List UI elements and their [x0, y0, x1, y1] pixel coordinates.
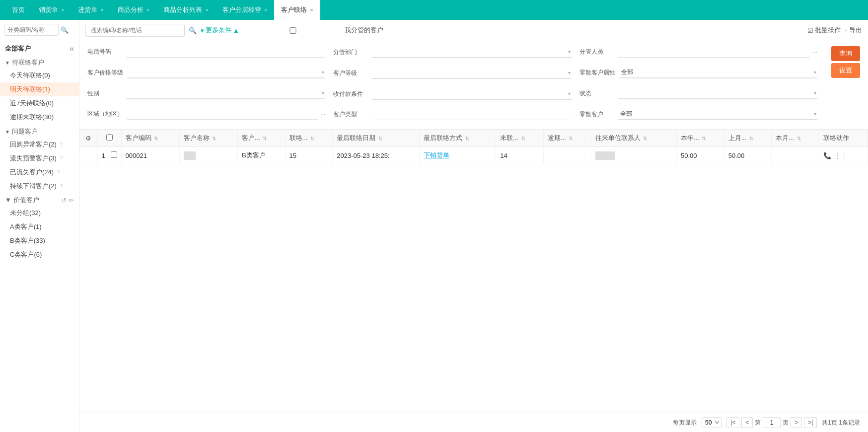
nav-product-analysis[interactable]: 商品分析 ×	[111, 0, 156, 20]
nav-product-analysis-list[interactable]: 商品分析列表 ×	[156, 0, 215, 20]
sidebar-item-week-pending[interactable]: 近7天待联络(0)	[0, 96, 79, 110]
filter-row-person: 分管人员 ···	[579, 46, 817, 58]
sidebar-item-a-class[interactable]: A类客户(1)	[0, 220, 79, 234]
col-last-contact-date[interactable]: 最后联络日期 ⇅	[333, 130, 420, 147]
sidebar-item-abnormal[interactable]: 回购异常客户(2) ?	[0, 138, 79, 151]
page-number-input[interactable]	[763, 417, 781, 428]
sidebar-item-churn-warning[interactable]: 流失预警客户(3) ?	[0, 151, 79, 165]
my-customers-checkbox[interactable]	[243, 27, 343, 34]
gender-select-wrapper[interactable]: ▾	[126, 87, 325, 99]
sidebar-search-icon[interactable]: 🔍	[61, 26, 69, 34]
row-this-month	[772, 147, 819, 164]
edit-icon[interactable]: ✏	[69, 197, 74, 204]
help-icon-churned[interactable]: ?	[57, 169, 60, 175]
sidebar-item-overdue-pending[interactable]: 逾期未联络(30)	[0, 110, 79, 124]
batch-operation-button[interactable]: ☑ 批量操作	[807, 26, 841, 35]
help-icon-churn-warning[interactable]: ?	[60, 155, 63, 161]
close-product-analysis-list-icon[interactable]: ×	[205, 7, 208, 13]
problem-section-label: ▼ 问题客户	[0, 124, 79, 138]
select-all-checkbox[interactable]	[106, 134, 113, 141]
sidebar-item-c-class[interactable]: C类客户(6)	[0, 248, 79, 262]
col-customer-name[interactable]: 客户名称 ⇅	[179, 130, 237, 147]
region-extra-icon[interactable]: ···	[320, 111, 325, 118]
close-sales-icon[interactable]: ×	[61, 7, 64, 13]
sort-icon-month: ⇅	[797, 136, 801, 141]
per-page-select[interactable]: 50	[702, 417, 722, 428]
search-button[interactable]: 🔍	[189, 27, 197, 34]
row-check[interactable]: 1	[97, 147, 121, 164]
sidebar-item-today-pending[interactable]: 今天待联络(0)	[0, 69, 79, 82]
dept-select[interactable]	[372, 46, 571, 58]
row-last-contact-method[interactable]: 下销货单	[420, 147, 496, 164]
col-overdue[interactable]: 逾期... ⇅	[543, 130, 591, 147]
last-page-button[interactable]: >|	[804, 417, 817, 428]
retail-attr-select[interactable]: 全部	[619, 67, 817, 78]
retail-customer-select-wrapper[interactable]: 全部 ▾	[618, 108, 817, 120]
search-input[interactable]	[85, 24, 185, 37]
close-customer-segment-icon[interactable]: ×	[264, 7, 267, 13]
help-icon-abnormal[interactable]: ?	[60, 142, 63, 147]
col-contact[interactable]: 联络... ⇅	[285, 130, 333, 147]
row-checkbox[interactable]	[111, 151, 117, 158]
person-extra-icon[interactable]: ···	[812, 49, 817, 56]
sidebar-item-ungrouped[interactable]: 未分组(32)	[0, 206, 79, 220]
gender-select[interactable]	[126, 87, 325, 99]
status-select-wrapper[interactable]: ▾	[618, 87, 817, 99]
nav-purchase[interactable]: 进货单 ×	[71, 0, 110, 20]
close-customer-contact-icon[interactable]: ×	[310, 7, 313, 13]
level-select[interactable]	[372, 67, 571, 78]
prev-page-button[interactable]: <	[741, 417, 753, 428]
person-field: 分管人员 ···	[579, 46, 817, 58]
table-body: 1 000021 Ea B类客户	[79, 147, 868, 164]
help-icon-declining[interactable]: ?	[60, 183, 63, 189]
close-purchase-icon[interactable]: ×	[100, 7, 103, 13]
dept-select-wrapper[interactable]: ▾	[372, 46, 571, 58]
customer-price-select[interactable]	[127, 67, 325, 78]
sidebar-item-churned[interactable]: 已流失客户(24) ?	[0, 165, 79, 179]
sidebar-item-declining[interactable]: 持续下滑客户(2) ?	[0, 179, 79, 193]
col-check[interactable]	[97, 130, 121, 147]
query-button[interactable]: 查询	[831, 46, 860, 61]
col-settings[interactable]: ⚙	[79, 130, 97, 147]
close-product-analysis-icon[interactable]: ×	[146, 7, 149, 13]
sidebar-item-b-class[interactable]: B类客户(33)	[0, 234, 79, 248]
person-input[interactable]	[618, 46, 810, 58]
payment-select[interactable]	[372, 88, 571, 99]
col-last-month[interactable]: 上月... ⇅	[724, 130, 772, 147]
nav-customer-contact[interactable]: 客户联络 ×	[274, 0, 320, 20]
region-input[interactable]	[127, 108, 318, 120]
nav-customer-segment[interactable]: 客户分层经营 ×	[216, 0, 274, 20]
phone-action-icon[interactable]: 📞	[823, 152, 831, 159]
col-this-month[interactable]: 本月... ⇅	[772, 130, 819, 147]
pending-section-label: ▼ 待联络客户	[0, 55, 79, 69]
col-customer-code[interactable]: 客户编码 ⇅	[121, 130, 179, 147]
qr-action-icon[interactable]: ⋮⋮	[834, 152, 847, 159]
phone-input[interactable]	[126, 46, 325, 58]
more-conditions-button[interactable]: ▾ 更多条件 ▲	[201, 26, 239, 35]
sort-icon-company: ⇅	[643, 136, 647, 141]
customer-type-input[interactable]	[372, 109, 571, 120]
customer-price-select-wrapper[interactable]: ▾	[127, 67, 325, 78]
my-customers-checkbox-label[interactable]: 我分管的客户	[243, 26, 383, 35]
export-button[interactable]: ↑ 导出	[845, 26, 863, 35]
sidebar-item-tomorrow-pending[interactable]: 明天待联络(1)	[0, 82, 79, 96]
collapse-icon[interactable]: «	[70, 44, 74, 53]
status-select[interactable]	[618, 87, 817, 99]
payment-select-wrapper[interactable]: ▾	[372, 88, 571, 100]
col-last-contact-method[interactable]: 最后联络方式 ⇅	[420, 130, 496, 147]
col-customer-type[interactable]: 客户... ⇅	[237, 130, 285, 147]
level-select-wrapper[interactable]: ▾	[372, 67, 571, 79]
col-unlinkd[interactable]: 未联... ⇅	[496, 130, 544, 147]
retail-customer-select[interactable]: 全部	[618, 108, 817, 120]
retail-attr-select-wrapper[interactable]: 全部 ▾	[619, 67, 817, 78]
sidebar-search-input[interactable]	[4, 24, 59, 36]
row-last-contact-date: 2023-05-23 18:25:	[333, 147, 420, 164]
settings-button[interactable]: 设置	[831, 63, 860, 78]
nav-sales[interactable]: 销货单 ×	[32, 0, 71, 20]
next-page-button[interactable]: >	[791, 417, 802, 428]
first-page-button[interactable]: |<	[726, 417, 739, 428]
nav-home[interactable]: 首页	[5, 0, 32, 20]
refresh-icon[interactable]: ↺	[61, 197, 67, 204]
col-this-year[interactable]: 本年... ⇅	[677, 130, 724, 147]
col-company-contact[interactable]: 往来单位联系人 ⇅	[591, 130, 676, 147]
